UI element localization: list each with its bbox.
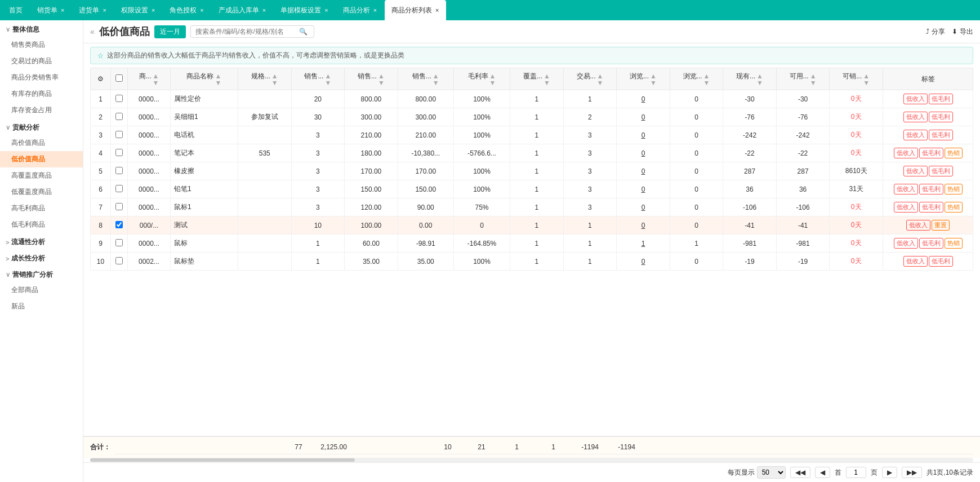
th-checkbox[interactable] bbox=[111, 68, 128, 90]
prev-page-button[interactable]: ◀ bbox=[815, 467, 830, 478]
sidebar-item-high-coverage[interactable]: 高覆盖度商品 bbox=[0, 167, 83, 184]
nav-item-inventory[interactable]: 产成品入库单 × bbox=[212, 0, 273, 20]
export-button[interactable]: ⬇ 导出 bbox=[952, 27, 973, 37]
close-icon-permission[interactable]: × bbox=[152, 7, 155, 14]
view1-link[interactable]: 0 bbox=[642, 131, 645, 139]
sidebar-item-low-coverage[interactable]: 低覆盖度商品 bbox=[0, 184, 83, 200]
page-number-input[interactable] bbox=[846, 467, 866, 478]
cell-view1[interactable]: 0 bbox=[617, 216, 670, 235]
cell-checkbox[interactable] bbox=[111, 126, 128, 144]
cell-checkbox[interactable] bbox=[111, 235, 128, 253]
nav-item-purchase[interactable]: 进货单 × bbox=[72, 0, 113, 20]
search-input[interactable] bbox=[195, 28, 297, 36]
sidebar-collapse-button[interactable]: « bbox=[90, 27, 95, 36]
th-tags[interactable]: 标签 bbox=[883, 68, 973, 90]
nav-item-analysis[interactable]: 商品分析 × bbox=[336, 0, 384, 20]
cell-checkbox[interactable] bbox=[111, 90, 128, 108]
sidebar-item-all-products[interactable]: 全部商品 bbox=[0, 282, 83, 298]
th-name[interactable]: 商品名称▲▼ bbox=[170, 68, 238, 90]
nav-item-permission[interactable]: 权限设置 × bbox=[114, 0, 162, 20]
th-coverage[interactable]: 覆盖...▲▼ bbox=[510, 68, 564, 90]
scrollbar-area[interactable] bbox=[90, 458, 973, 462]
nav-item-analysis-list[interactable]: 商品分析列表 × bbox=[385, 0, 446, 20]
row-checkbox[interactable] bbox=[115, 221, 123, 228]
cell-checkbox[interactable] bbox=[111, 198, 128, 216]
cell-view1[interactable]: 0 bbox=[617, 144, 670, 162]
view1-link[interactable]: 0 bbox=[642, 185, 645, 193]
th-view2[interactable]: 浏览...▲▼ bbox=[670, 68, 723, 90]
scrollbar-thumb[interactable] bbox=[90, 458, 355, 462]
th-available[interactable]: 可用...▲▼ bbox=[776, 68, 830, 90]
cell-view1[interactable]: 0 bbox=[617, 126, 670, 144]
nav-item-sales[interactable]: 销货单 × bbox=[30, 0, 71, 20]
th-trade[interactable]: 交易...▲▼ bbox=[563, 68, 617, 90]
close-icon-template[interactable]: × bbox=[324, 7, 328, 14]
row-checkbox[interactable] bbox=[115, 185, 123, 192]
cell-checkbox[interactable] bbox=[111, 144, 128, 162]
sidebar-group-title-contribution[interactable]: ∨ 贡献分析 bbox=[0, 118, 83, 135]
sidebar-item-low-value[interactable]: 低价值商品 bbox=[0, 151, 83, 167]
sidebar-item-high-value[interactable]: 高价值商品 bbox=[0, 135, 83, 151]
close-icon-role[interactable]: × bbox=[200, 7, 203, 14]
select-all-checkbox[interactable] bbox=[115, 74, 123, 82]
cell-checkbox[interactable] bbox=[111, 108, 128, 126]
cell-checkbox[interactable] bbox=[111, 162, 128, 180]
row-checkbox[interactable] bbox=[115, 167, 123, 174]
row-checkbox[interactable] bbox=[115, 257, 123, 264]
sidebar-item-stock-capital[interactable]: 库存资金占用 bbox=[0, 102, 83, 118]
cell-view1[interactable]: 1 bbox=[617, 235, 670, 253]
sidebar-group-title-liquidity[interactable]: > 流通性分析 bbox=[0, 233, 83, 249]
cell-view1[interactable]: 0 bbox=[617, 253, 670, 271]
th-margin[interactable]: 毛利率▲▼ bbox=[453, 68, 510, 90]
sidebar-item-in-stock[interactable]: 有库存的商品 bbox=[0, 86, 83, 102]
row-checkbox[interactable] bbox=[115, 149, 123, 156]
share-button[interactable]: ⤴ 分享 bbox=[926, 27, 945, 37]
time-filter-button[interactable]: 近一月 bbox=[154, 25, 186, 38]
th-spec[interactable]: 规格...▲▼ bbox=[238, 68, 291, 90]
row-checkbox[interactable] bbox=[115, 239, 123, 246]
cell-view1[interactable]: 0 bbox=[617, 162, 670, 180]
sidebar-item-category-rate[interactable]: 商品分类销售率 bbox=[0, 69, 83, 86]
sidebar-item-new-products[interactable]: 新品 bbox=[0, 298, 83, 315]
search-box[interactable]: 🔍 bbox=[190, 25, 314, 38]
sidebar-item-high-margin[interactable]: 高毛利商品 bbox=[0, 200, 83, 216]
sidebar-group-title-overall[interactable]: ∨ 整体信息 bbox=[0, 20, 83, 37]
page-size-select[interactable]: 50 100 200 bbox=[757, 466, 786, 479]
th-sale-amount[interactable]: 销售...▲▼ bbox=[398, 68, 453, 90]
view1-link[interactable]: 0 bbox=[642, 204, 645, 211]
close-icon-analysis[interactable]: × bbox=[373, 7, 377, 14]
next-page-button[interactable]: ▶ bbox=[882, 467, 897, 478]
cell-view1[interactable]: 0 bbox=[617, 90, 670, 108]
view1-link[interactable]: 0 bbox=[642, 113, 645, 121]
row-checkbox[interactable] bbox=[115, 95, 123, 102]
search-icon[interactable]: 🔍 bbox=[299, 28, 308, 36]
th-sale-qty[interactable]: 销售...▲▼ bbox=[291, 68, 345, 90]
nav-item-role[interactable]: 角色授权 × bbox=[163, 0, 210, 20]
th-view1[interactable]: 浏览...▲▼ bbox=[617, 68, 670, 90]
close-icon-sales[interactable]: × bbox=[61, 7, 64, 14]
cell-checkbox[interactable] bbox=[111, 253, 128, 271]
th-sale-price[interactable]: 销售...▲▼ bbox=[345, 68, 398, 90]
close-icon-analysis-list[interactable]: × bbox=[435, 7, 439, 14]
cell-view1[interactable]: 0 bbox=[617, 198, 670, 216]
close-icon-inventory[interactable]: × bbox=[262, 7, 266, 14]
nav-item-template[interactable]: 单据模板设置 × bbox=[274, 0, 335, 20]
row-checkbox[interactable] bbox=[115, 203, 123, 210]
cell-view1[interactable]: 0 bbox=[617, 108, 670, 126]
view1-link[interactable]: 0 bbox=[642, 222, 645, 229]
th-saleable[interactable]: 可销...▲▼ bbox=[830, 68, 883, 90]
cell-view1[interactable]: 0 bbox=[617, 180, 670, 198]
cell-checkbox[interactable] bbox=[111, 180, 128, 198]
th-code[interactable]: 商...▲▼ bbox=[128, 68, 171, 90]
row-checkbox[interactable] bbox=[115, 113, 123, 120]
sidebar-item-sales-category[interactable]: 销售类商品 bbox=[0, 37, 83, 53]
th-settings[interactable]: ⚙ bbox=[91, 68, 111, 90]
th-current[interactable]: 现有...▲▼ bbox=[723, 68, 777, 90]
row-checkbox[interactable] bbox=[115, 131, 123, 138]
sidebar-group-title-marketing[interactable]: ∨ 营销推广分析 bbox=[0, 266, 83, 282]
sidebar-item-low-margin[interactable]: 低毛利商品 bbox=[0, 216, 83, 233]
view1-link[interactable]: 0 bbox=[642, 149, 645, 157]
view1-link[interactable]: 1 bbox=[642, 240, 645, 247]
last-page-button[interactable]: ▶▶ bbox=[902, 467, 922, 478]
sidebar-item-traded[interactable]: 交易过的商品 bbox=[0, 53, 83, 69]
